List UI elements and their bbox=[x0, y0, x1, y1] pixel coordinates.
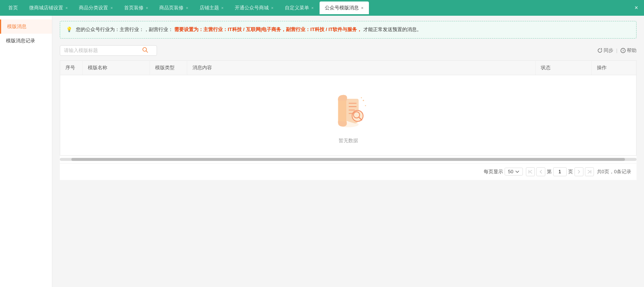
horizontal-scrollbar[interactable] bbox=[60, 158, 637, 161]
notice-box: 💡 您的公众号行业为：主营行业：，副营行业： 需要设置为：主营行业：IT科技 /… bbox=[60, 21, 637, 39]
notice-highlight: 需要设置为：主营行业：IT科技 / 互联网|电子商务，副营行业：IT科技 / I… bbox=[174, 27, 362, 32]
empty-state: 暂无数据 bbox=[60, 75, 636, 155]
help-icon: ? bbox=[620, 48, 626, 53]
tab-home[interactable]: 首页 bbox=[3, 1, 23, 14]
tab-template[interactable]: 公众号模版消息 × bbox=[320, 1, 369, 14]
tab-theme[interactable]: 店铺主题 × bbox=[194, 1, 229, 14]
top-nav: 首页 微商城店铺设置 × 商品分类设置 × 首页装修 × 商品页装修 × 店铺主… bbox=[0, 0, 644, 16]
sidebar: 模版消息 模版消息记录 bbox=[0, 16, 52, 287]
search-button[interactable] bbox=[142, 47, 148, 54]
tab-weishop[interactable]: 微商城店铺设置 × bbox=[24, 1, 73, 14]
col-status: 状态 bbox=[536, 60, 592, 75]
tab-category[interactable]: 商品分类设置 × bbox=[74, 1, 118, 14]
first-page-icon bbox=[528, 170, 533, 174]
page-size-select: 每页显示 50 bbox=[484, 168, 523, 175]
scrollbar-thumb[interactable] bbox=[71, 158, 625, 161]
svg-point-12 bbox=[363, 100, 364, 101]
tab-mall[interactable]: 开通公众号商城 × bbox=[229, 1, 278, 14]
search-input-wrap bbox=[60, 45, 157, 56]
close-tab-custommenu[interactable]: × bbox=[311, 6, 314, 10]
chevron-down-icon bbox=[515, 170, 520, 174]
col-type: 模版类型 bbox=[150, 60, 187, 75]
close-tab-theme[interactable]: × bbox=[221, 6, 224, 10]
toolbar-right: 同步 | ? 帮助 bbox=[597, 47, 637, 54]
close-tab-category[interactable]: × bbox=[110, 6, 113, 10]
first-page-button[interactable] bbox=[526, 167, 535, 176]
prev-page-icon bbox=[539, 170, 543, 174]
notice-icon: 💡 bbox=[66, 27, 72, 32]
empty-icon bbox=[328, 90, 369, 131]
tab-productpage[interactable]: 商品页装修 × bbox=[154, 1, 193, 14]
main-layout: 模版消息 模版消息记录 💡 您的公众号行业为：主营行业：，副营行业： 需要设置为… bbox=[0, 16, 644, 287]
col-name: 模版名称 bbox=[83, 60, 150, 75]
page-size-dropdown[interactable]: 50 bbox=[505, 168, 523, 175]
last-page-button[interactable] bbox=[585, 167, 594, 176]
table-body: 暂无数据 bbox=[60, 75, 637, 155]
empty-text: 暂无数据 bbox=[339, 137, 358, 144]
close-tab-template[interactable]: × bbox=[361, 6, 363, 10]
svg-text:?: ? bbox=[622, 49, 624, 53]
sync-icon bbox=[597, 48, 603, 53]
tab-homepage[interactable]: 首页装修 × bbox=[119, 1, 153, 14]
table-header: 序号 模版名称 模版类型 消息内容 状态 操作 bbox=[60, 60, 637, 75]
svg-point-13 bbox=[365, 105, 366, 106]
close-tab-mall[interactable]: × bbox=[271, 6, 273, 10]
col-action: 操作 bbox=[592, 60, 637, 75]
close-tab-weishop[interactable]: × bbox=[65, 6, 68, 10]
divider: | bbox=[616, 48, 617, 53]
empty-row: 暂无数据 bbox=[60, 75, 637, 155]
col-content: 消息内容 bbox=[187, 60, 536, 75]
search-input[interactable] bbox=[64, 48, 142, 53]
sidebar-item-template-msg[interactable]: 模版消息 bbox=[0, 19, 52, 34]
prev-page-button[interactable] bbox=[536, 167, 545, 176]
close-all-tabs[interactable]: × bbox=[632, 3, 641, 13]
svg-point-14 bbox=[361, 97, 362, 98]
search-icon bbox=[142, 47, 148, 53]
page-input[interactable] bbox=[553, 167, 567, 176]
tab-custommenu[interactable]: 自定义菜单 × bbox=[280, 1, 319, 14]
help-button[interactable]: ? 帮助 bbox=[620, 47, 637, 54]
last-page-icon bbox=[587, 170, 592, 174]
page-size-value: 50 bbox=[508, 169, 513, 174]
pagination: 每页显示 50 bbox=[60, 163, 637, 180]
next-page-icon bbox=[577, 170, 581, 174]
sidebar-item-template-record[interactable]: 模版消息记录 bbox=[0, 34, 52, 48]
close-tab-homepage[interactable]: × bbox=[146, 6, 148, 10]
sync-button[interactable]: 同步 bbox=[597, 47, 613, 54]
svg-line-1 bbox=[146, 51, 148, 52]
content-area: 💡 您的公众号行业为：主营行业：，副营行业： 需要设置为：主营行业：IT科技 /… bbox=[52, 16, 644, 287]
data-table: 序号 模版名称 模版类型 消息内容 状态 操作 bbox=[60, 60, 637, 156]
table-scroll-area: 序号 模版名称 模版类型 消息内容 状态 操作 bbox=[60, 60, 637, 163]
total-info: 共0页，0条记录 bbox=[597, 168, 631, 175]
page-nav: 第 页 bbox=[526, 167, 594, 176]
next-page-button[interactable] bbox=[574, 167, 583, 176]
col-index: 序号 bbox=[60, 60, 83, 75]
search-bar: 同步 | ? 帮助 bbox=[60, 45, 637, 56]
close-tab-productpage[interactable]: × bbox=[186, 6, 188, 10]
